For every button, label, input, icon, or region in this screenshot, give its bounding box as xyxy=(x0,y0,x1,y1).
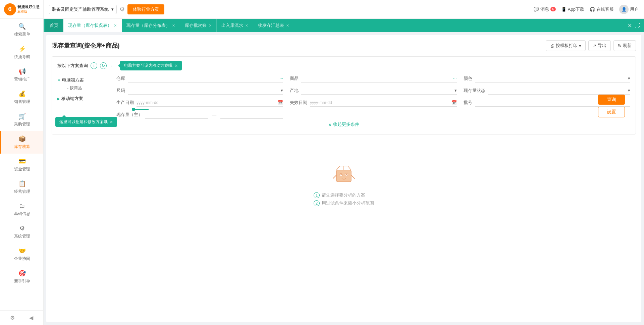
goods-label: 商品 xyxy=(290,75,299,82)
tab-inout[interactable]: 出入库流水 ✕ xyxy=(217,19,253,32)
filter-row-2: 尺码 ▾ 产地 ▾ xyxy=(116,87,630,95)
arrow-right-icon: ▶ xyxy=(57,97,60,101)
quick-icon: ⚡ xyxy=(18,45,26,53)
filter-row-4: 现存量（主） — xyxy=(116,111,630,119)
tab-batch-label: 库存批次账 xyxy=(185,22,207,29)
inventory-icon: 📦 xyxy=(18,135,26,143)
stock-qty-max-input[interactable] xyxy=(220,111,283,119)
sidebar-item-finance[interactable]: 💳 资金管理 xyxy=(0,154,43,176)
settings-icon[interactable]: ⚙ xyxy=(10,315,15,321)
step2-text: 用过滤条件来缩小分析范围 xyxy=(322,200,374,206)
sidebar-item-sales[interactable]: 💰 销售管理 xyxy=(0,86,43,109)
filter-exp-date: 失效日期 yyyy-mm-dd 📅 xyxy=(290,99,457,107)
goods-select[interactable]: ··· xyxy=(301,74,457,83)
sidebar-item-guide[interactable]: 🎯 新手引导 xyxy=(0,266,43,288)
system-select[interactable]: 装备及固定资产辅助管理系统 ▾ xyxy=(49,5,117,14)
stock-qty-min-input[interactable] xyxy=(145,111,208,119)
sidebar-item-label: 企业协同 xyxy=(14,256,30,262)
collapse-row: ∧ 收起更多条件 xyxy=(57,119,630,130)
collapse-label: 收起更多条件 xyxy=(333,121,359,127)
filter-row-3: 生产日期 yyyy-mm-dd 📅 失效日期 yyyy-mm-dd 📅 xyxy=(116,99,630,107)
tab-inventory-status-label: 现存量（库存状况表） xyxy=(68,22,112,29)
search-btn-group: 查询 设置 xyxy=(598,95,625,117)
search-button[interactable]: 查询 xyxy=(598,95,625,105)
close-tab-inventory-dist[interactable]: ✕ xyxy=(172,23,175,28)
refresh-button[interactable]: ↻ 刷新 xyxy=(613,40,636,51)
sidebar-item-search[interactable]: 🔍 搜索菜单 xyxy=(0,19,43,41)
export-label: 导出 xyxy=(598,43,606,49)
tab-inventory-status[interactable]: 现存量（库存状况表） ✕ xyxy=(63,19,122,32)
stock-status-select[interactable]: ▾ xyxy=(488,87,630,95)
sidebar-item-basic[interactable]: 🗂 基础信息 xyxy=(0,199,43,221)
filter-warehouse: 仓库 ··· xyxy=(116,74,283,83)
print-label: 按模板打印 xyxy=(556,43,578,49)
basic-icon: 🗂 xyxy=(19,203,25,210)
warehouse-label: 仓库 xyxy=(116,75,125,82)
printer-icon: 🖨 xyxy=(550,43,554,48)
exp-date-input[interactable]: yyyy-mm-dd 📅 xyxy=(310,99,457,107)
scheme-by-goods: 按商品 xyxy=(70,85,82,91)
tab-home[interactable]: 首页 xyxy=(45,19,63,32)
back-scheme-button[interactable]: ← xyxy=(109,62,116,69)
tab-batch[interactable]: 库存批次账 ✕ xyxy=(180,19,217,32)
scheme-pc-item[interactable]: ▼ 电脑端方案 xyxy=(57,76,111,85)
sidebar-item-system[interactable]: ⚙ 系统管理 xyxy=(0,221,43,243)
filter-row-1: 仓库 ··· 商品 ··· xyxy=(116,74,630,83)
collapse-button[interactable]: ∧ 收起更多条件 xyxy=(328,121,359,127)
tab-home-label: 首页 xyxy=(50,22,58,29)
scheme-pc-child[interactable]: ├ 按商品 xyxy=(65,85,111,92)
origin-select[interactable]: ▾ xyxy=(301,87,457,95)
export-button[interactable]: ↗ 导出 xyxy=(588,40,611,51)
arrow-down-icon: ▼ xyxy=(57,78,61,82)
scheme-mobile-item[interactable]: ▶ 移动端方案 xyxy=(57,94,111,103)
close-tab-batch[interactable]: ✕ xyxy=(209,23,212,28)
app-download-button[interactable]: 📱 App下载 xyxy=(561,6,584,12)
sidebar-item-marketing[interactable]: 📢 营销推广 xyxy=(0,64,43,86)
sidebar-item-quick[interactable]: ⚡ 快捷导航 xyxy=(0,41,43,64)
prod-date-input[interactable]: yyyy-mm-dd 📅 xyxy=(137,99,283,107)
collapse-sidebar-icon[interactable]: ◀ xyxy=(29,315,33,321)
online-service-button[interactable]: 🎧 在线客服 xyxy=(590,6,614,12)
headset-icon: 🎧 xyxy=(590,7,595,12)
color-label: 颜色 xyxy=(464,75,472,82)
sales-icon: 💰 xyxy=(18,90,26,98)
sidebar-item-label: 基础信息 xyxy=(14,211,30,217)
export-icon: ↗ xyxy=(593,43,596,48)
empty-step1: 1 请先选择要分析的方案 xyxy=(314,192,374,198)
maximize-icon[interactable]: ⛶ xyxy=(635,22,640,29)
sidebar-item-purchase[interactable]: 🛒 采购管理 xyxy=(0,109,43,131)
scheme-tree: ▼ 电脑端方案 ├ 按商品 ▶ 移动端方案 xyxy=(57,74,111,119)
scheme-mobile-label: 移动端方案 xyxy=(61,96,83,102)
industry-plan-button[interactable]: 体验行业方案 xyxy=(127,4,164,14)
refresh-scheme-button[interactable]: ↻ xyxy=(100,62,107,69)
close-tab-inout[interactable]: ✕ xyxy=(245,23,248,28)
user-button[interactable]: 👤 用户 xyxy=(619,5,639,14)
message-badge: 6 xyxy=(550,7,556,11)
chevron-down-icon: ▾ xyxy=(579,43,581,48)
reset-button[interactable]: 设置 xyxy=(598,107,625,117)
close-tooltip2-icon[interactable]: ✕ xyxy=(110,120,113,124)
tab-collect[interactable]: 收发存汇总表 ✕ xyxy=(253,19,294,32)
size-select[interactable]: ▾ xyxy=(128,87,283,95)
filter-section: 按以下方案查询 + ↻ ← 电脑方案可设为移动方案哦 ✕ 这里可以创建和修改方案… xyxy=(52,56,636,134)
tab-inventory-dist[interactable]: 现存量（库存分布表） ✕ xyxy=(122,19,180,32)
sidebar-item-inventory[interactable]: 📦 库存核算 xyxy=(0,131,43,154)
print-button[interactable]: 🖨 按模板打印 ▾ xyxy=(546,40,586,51)
prod-date-label: 生产日期 xyxy=(116,100,134,106)
close-tab-inventory-status[interactable]: ✕ xyxy=(114,23,117,28)
add-scheme-button[interactable]: + xyxy=(91,62,97,69)
close-tooltip-icon[interactable]: ✕ xyxy=(174,63,178,68)
close-all-tabs-icon[interactable]: ✕ xyxy=(628,22,632,29)
color-select[interactable]: ▾ xyxy=(475,74,630,83)
sidebar-item-enterprise[interactable]: 🤝 企业协同 xyxy=(0,243,43,266)
tab-inout-label: 出入库流水 xyxy=(221,22,243,29)
filter-color: 颜色 ▾ xyxy=(464,74,630,83)
warehouse-select[interactable]: ··· xyxy=(128,74,283,83)
close-tab-collect[interactable]: ✕ xyxy=(286,23,289,28)
settings-gear-icon[interactable]: ⚙ xyxy=(119,6,125,13)
message-button[interactable]: 💬 消息 6 xyxy=(534,6,556,12)
tab-actions: ✕ ⛶ xyxy=(628,22,643,29)
filter-label: 按以下方案查询 xyxy=(57,63,88,69)
sidebar-item-operation[interactable]: 📋 经营管理 xyxy=(0,176,43,199)
sidebar-item-label: 库存核算 xyxy=(14,144,30,150)
